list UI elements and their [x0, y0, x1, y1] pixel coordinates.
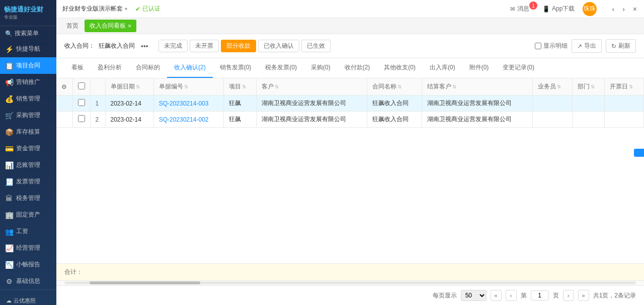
col-settle-customer[interactable]: 结算客户 ⇅ — [422, 78, 533, 95]
quick-nav-icon: ⚡ — [5, 45, 13, 53]
tax-icon: 🏛 — [5, 194, 13, 202]
status-confirmed[interactable]: 已收入确认 — [258, 40, 299, 52]
sidebar-search[interactable]: 🔍 搜索菜单 — [0, 26, 56, 41]
col-number[interactable]: 单据编号 ⇅ — [153, 78, 224, 95]
nav-close-btn[interactable]: × — [632, 4, 638, 14]
row-contract-cell: 狂飙收入合同 — [367, 95, 422, 112]
subtab-warehouse[interactable]: 出入库(0) — [423, 58, 462, 78]
note-button[interactable]: 备注 — [634, 149, 644, 157]
sidebar-item-fixed-asset[interactable]: 🏢 固定资产 — [0, 207, 56, 223]
row-number-cell: SQ-20230214-003 — [153, 95, 224, 112]
scrollbar-track — [64, 281, 636, 284]
sidebar-item-invoice[interactable]: 🧾 发票管理 — [0, 173, 56, 190]
status-effective[interactable]: 已生效 — [301, 40, 331, 52]
sidebar-item-purchase[interactable]: 🛒 采购管理 — [0, 107, 56, 124]
col-customer[interactable]: 客户 ⇅ — [256, 78, 367, 95]
subtab-contract-standard[interactable]: 合同标的 — [129, 58, 167, 78]
subtab-payment[interactable]: 收付款(2) — [338, 58, 377, 78]
subtab-sales-invoice[interactable]: 销售发票(0) — [213, 58, 259, 78]
sidebar-item-marketing[interactable]: 📢 营销推广 — [0, 74, 56, 90]
page-prev-btn[interactable]: ‹ — [506, 290, 517, 301]
sidebar-item-quick-nav[interactable]: ⚡ 快捷导航 — [0, 41, 56, 57]
col-row-num — [90, 78, 105, 95]
col-settings[interactable]: ⚙ — [56, 78, 72, 95]
app-download-label: App下载 — [552, 5, 575, 13]
per-page-select[interactable]: 50 100 — [461, 290, 487, 301]
row-checkbox[interactable] — [78, 115, 85, 122]
sidebar-bottom-help[interactable]: ☁ 云优惠照 — [4, 294, 52, 305]
subtab-attachment[interactable]: 附件(0) — [462, 58, 496, 78]
tab-home[interactable]: 首页 — [62, 20, 83, 32]
contract-actions: 显示明细 ↗ 导出 ↻ 刷新 — [535, 39, 636, 53]
subtab-kanban[interactable]: 看板 — [64, 58, 91, 78]
col-date[interactable]: 单据日期 ⇅ — [105, 78, 153, 95]
sidebar-item-tax[interactable]: 🏛 税务管理 — [0, 190, 56, 207]
row-number-link[interactable]: SQ-20230214-002 — [159, 116, 209, 123]
subtab-tax-invoice[interactable]: 税务发票(0) — [258, 58, 304, 78]
message-btn[interactable]: ✉ 1 消息 — [505, 5, 534, 13]
page-next-btn[interactable]: › — [563, 290, 574, 301]
show-detail-checkbox[interactable] — [535, 43, 541, 49]
org-selector[interactable]: 好业财专业版演示帐套 ▾ — [62, 5, 127, 13]
col-open-date-label: 开票日 — [610, 82, 628, 91]
table-row[interactable]: 1 2023-02-14 SQ-20230214-003 狂飙 湖南卫视商业运营… — [56, 95, 644, 112]
col-project[interactable]: 项目 ⇅ — [224, 78, 256, 95]
sidebar-item-capital[interactable]: 💳 资金管理 — [0, 140, 56, 157]
horizontal-scrollbar[interactable] — [56, 280, 644, 285]
verified-badge: ✔ 已认证 — [135, 5, 160, 13]
col-salesperson[interactable]: 业务员 ⇅ — [533, 78, 572, 95]
contract-header: 收入合同： 狂飙收入合同 ••• 未完成 未开票 部分收款 已收入确认 已生效 … — [56, 34, 644, 58]
subtab-income-confirm[interactable]: 收入确认(2) — [167, 58, 213, 78]
sidebar: 畅捷通好业财 专业版 🔍 搜索菜单 ⚡ 快捷导航 📋 项目合同 📢 营销推广 💰… — [0, 0, 56, 305]
download-icon: 📱 — [542, 6, 550, 13]
sidebar-item-hr[interactable]: 👥 工资 — [0, 223, 56, 240]
scrollbar-thumb[interactable] — [90, 281, 200, 284]
sidebar-item-report[interactable]: 📉 小畅报告 — [0, 256, 56, 273]
page-number-input[interactable] — [531, 290, 549, 300]
tab-close-btn[interactable]: × — [128, 23, 131, 30]
user-profile[interactable]: 珠珠 — [583, 2, 597, 16]
show-detail-checkbox-label[interactable]: 显示明细 — [535, 42, 568, 50]
sidebar-item-label: 总账管理 — [16, 161, 40, 169]
sidebar-item-inventory[interactable]: 📦 库存核算 — [0, 124, 56, 140]
row-settings-cell — [56, 95, 72, 112]
sidebar-item-project-contract[interactable]: 📋 项目合同 — [0, 57, 56, 74]
sidebar-item-ops[interactable]: 📈 经营管理 — [0, 240, 56, 256]
row-date-cell: 2023-02-14 — [105, 95, 153, 112]
col-department[interactable]: 部门 ⇅ — [572, 78, 604, 95]
row-contract-cell: 狂飙收入合同 — [367, 112, 422, 128]
subtab-purchase[interactable]: 采购(0) — [304, 58, 338, 78]
sort-icon: ⇅ — [452, 84, 456, 89]
select-all-checkbox[interactable] — [78, 82, 85, 89]
status-not-invoiced[interactable]: 未开票 — [190, 40, 219, 52]
sidebar-item-sales[interactable]: 💰 销售管理 — [0, 90, 56, 107]
export-icon: ↗ — [577, 43, 582, 50]
subtab-profit[interactable]: 盈利分析 — [91, 58, 129, 78]
sidebar-item-accounting[interactable]: 📊 总账管理 — [0, 157, 56, 173]
app-download-btn[interactable]: 📱 App下载 — [542, 5, 575, 13]
nav-prev-btn[interactable]: ‹ — [611, 4, 615, 14]
export-btn[interactable]: ↗ 导出 — [572, 39, 602, 53]
window-nav: ‹ › × — [611, 4, 638, 14]
sidebar-item-basic[interactable]: ⚙ 基础信息 — [0, 273, 56, 289]
table-row[interactable]: 2 2023-02-14 SQ-20230214-002 狂飙 湖南卫视商业运营… — [56, 112, 644, 128]
sidebar-item-label: 税务管理 — [16, 194, 40, 202]
more-options-btn[interactable]: ••• — [139, 42, 150, 50]
sidebar-item-label: 工资 — [16, 227, 28, 236]
subtab-other-income[interactable]: 其他收支(0) — [377, 58, 423, 78]
nav-next-btn[interactable]: › — [621, 4, 626, 14]
col-open-date[interactable]: 开票日 ⇅ — [604, 78, 643, 95]
row-number-link[interactable]: SQ-20230214-003 — [159, 100, 209, 107]
page-first-btn[interactable]: « — [491, 290, 502, 301]
status-not-complete[interactable]: 未完成 — [158, 40, 188, 52]
row-checkbox[interactable] — [78, 99, 85, 106]
col-department-label: 部门 — [578, 82, 590, 91]
row-settle-customer-cell: 湖南卫视商业运营发展有限公司 — [422, 112, 533, 128]
status-partial-received[interactable]: 部分收款 — [221, 40, 256, 52]
subtab-change-log[interactable]: 变更记录(0) — [496, 58, 541, 78]
col-contract[interactable]: 合同名称 ⇅ — [367, 78, 422, 95]
page-last-btn[interactable]: » — [578, 290, 589, 301]
invoice-icon: 🧾 — [5, 178, 13, 186]
tab-income-contract[interactable]: 收入合同看板 × — [85, 20, 136, 32]
refresh-btn[interactable]: ↻ 刷新 — [606, 39, 636, 53]
